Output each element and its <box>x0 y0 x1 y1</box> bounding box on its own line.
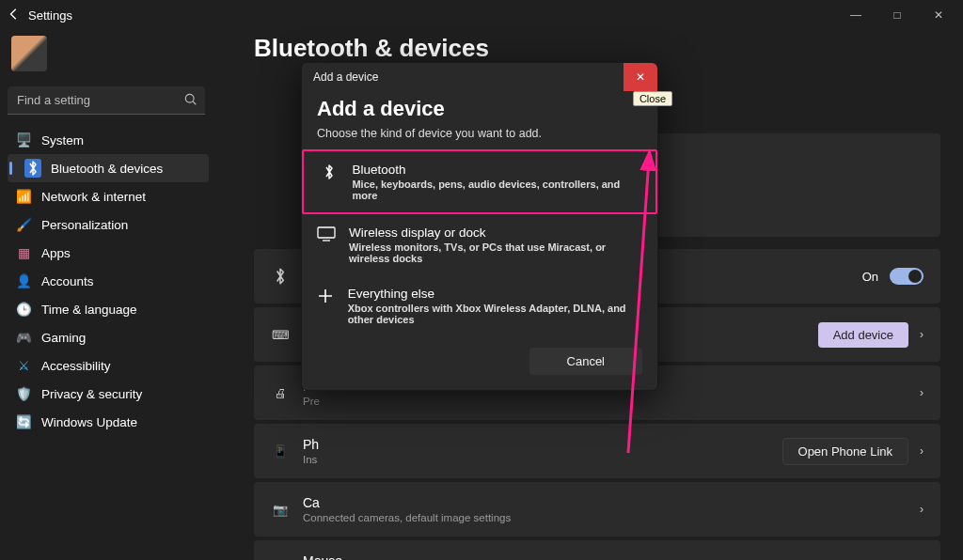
option-desc: Wireless monitors, TVs, or PCs that use … <box>349 241 642 264</box>
option-title: Wireless display or dock <box>349 226 642 240</box>
bluetooth-outline-icon <box>271 267 290 286</box>
sidebar-item-personalization[interactable]: 🖌️Personalization <box>8 210 209 239</box>
sidebar-item-label: Bluetooth & devices <box>51 162 163 176</box>
nav-icon: 🎮 <box>15 330 32 345</box>
sidebar-item-label: Apps <box>41 246 71 260</box>
search-icon <box>184 93 197 106</box>
page-title: Bluetooth & devices <box>254 34 940 63</box>
sidebar-item-label: System <box>41 133 84 148</box>
sidebar: 🖥️SystemBluetooth & devices📶Network & in… <box>0 30 216 560</box>
plus-icon <box>317 287 335 308</box>
chevron-right-icon: › <box>920 386 924 399</box>
option-title: Bluetooth <box>352 163 640 177</box>
nav-icon: ▦ <box>15 245 32 260</box>
svg-rect-1 <box>318 227 335 238</box>
nav-icon: 🛡️ <box>15 386 32 401</box>
arrow-left-icon <box>8 8 21 21</box>
window-controls: — □ ✕ <box>835 2 959 28</box>
dialog-title: Add a device <box>317 97 642 121</box>
back-button[interactable] <box>8 8 21 23</box>
mouse-card[interactable]: 🖱 MouseButtons, mouse pointer speed, scr… <box>254 540 940 560</box>
window-title: Settings <box>28 8 72 23</box>
sidebar-item-label: Personalization <box>41 218 128 232</box>
nav-icon: ⚔ <box>15 358 32 373</box>
nav-icon: 🕒 <box>15 302 32 317</box>
nav-icon: 🖥️ <box>15 132 32 148</box>
sidebar-item-label: Gaming <box>41 331 86 345</box>
add-device-dialog: Add a device ✕ Close Add a device Choose… <box>301 62 658 391</box>
window-maximize[interactable]: □ <box>876 2 918 28</box>
nav-icon: 📶 <box>15 189 32 204</box>
nav-list: 🖥️SystemBluetooth & devices📶Network & in… <box>8 126 209 436</box>
sidebar-item-label: Windows Update <box>41 415 137 429</box>
bluetooth-icon <box>24 159 41 178</box>
window-minimize[interactable]: — <box>835 2 876 28</box>
phone-icon: 📱 <box>271 444 290 459</box>
sidebar-item-label: Network & internet <box>41 190 146 204</box>
sidebar-item-accounts[interactable]: 👤Accounts <box>8 267 209 295</box>
sidebar-item-network-internet[interactable]: 📶Network & internet <box>8 182 209 210</box>
add-option-wireless-display-or-dock[interactable]: Wireless display or dockWireless monitor… <box>302 214 657 275</box>
sidebar-item-label: Privacy & security <box>41 387 142 401</box>
dialog-subtitle: Choose the kind of device you want to ad… <box>317 127 642 140</box>
devices-icon: ⌨ <box>271 328 290 342</box>
close-tooltip: Close <box>633 91 672 106</box>
dialog-titlebar-text: Add a device <box>313 70 378 84</box>
dialog-cancel-button[interactable]: Cancel <box>529 348 642 375</box>
sidebar-item-gaming[interactable]: 🎮Gaming <box>8 323 209 351</box>
sidebar-item-accessibility[interactable]: ⚔Accessibility <box>8 351 209 380</box>
add-option-bluetooth[interactable]: BluetoothMice, keyboards, pens, audio de… <box>302 149 657 214</box>
bluetooth-toggle[interactable] <box>890 268 924 285</box>
nav-icon: 🖌️ <box>15 217 32 232</box>
sidebar-item-windows-update[interactable]: 🔄Windows Update <box>8 408 209 436</box>
svg-point-0 <box>185 94 194 102</box>
option-desc: Xbox controllers with Xbox Wireless Adap… <box>348 303 642 325</box>
sidebar-item-bluetooth-devices[interactable]: Bluetooth & devices <box>8 154 209 182</box>
sidebar-item-label: Accounts <box>41 274 94 288</box>
nav-icon: 👤 <box>15 273 32 288</box>
option-desc: Mice, keyboards, pens, audio devices, co… <box>352 179 640 201</box>
printer-icon: 🖨 <box>271 386 290 400</box>
sidebar-item-apps[interactable]: ▦Apps <box>8 239 209 267</box>
camera-icon: 📷 <box>271 503 290 517</box>
add-option-everything-else[interactable]: Everything elseXbox controllers with Xbo… <box>302 275 657 336</box>
sidebar-item-label: Accessibility <box>41 359 111 373</box>
search-input[interactable] <box>8 86 205 115</box>
sidebar-item-privacy-security[interactable]: 🛡️Privacy & security <box>8 380 209 408</box>
dialog-close-button[interactable]: ✕ Close <box>624 63 657 91</box>
chevron-right-icon: › <box>920 328 924 341</box>
open-phone-link-button[interactable]: Open Phone Link <box>782 438 908 465</box>
sidebar-item-system[interactable]: 🖥️System <box>8 126 209 154</box>
phone-card[interactable]: 📱 PhIns Open Phone Link › <box>254 424 940 478</box>
sidebar-item-label: Time & language <box>41 303 137 317</box>
bluetooth-icon <box>319 163 339 184</box>
display-icon <box>317 226 336 245</box>
window-close[interactable]: ✕ <box>918 2 959 28</box>
chevron-right-icon: › <box>920 503 924 516</box>
add-device-button[interactable]: Add device <box>818 322 908 348</box>
bluetooth-state-label: On <box>862 270 878 284</box>
nav-icon: 🔄 <box>15 414 32 429</box>
titlebar: Settings — □ ✕ <box>0 0 963 30</box>
sidebar-item-time-language[interactable]: 🕒Time & language <box>8 295 209 323</box>
option-title: Everything else <box>348 287 642 301</box>
cameras-card[interactable]: 📷 CaConnected cameras, default image set… <box>254 482 940 537</box>
avatar[interactable] <box>11 36 47 71</box>
chevron-right-icon: › <box>920 444 924 458</box>
